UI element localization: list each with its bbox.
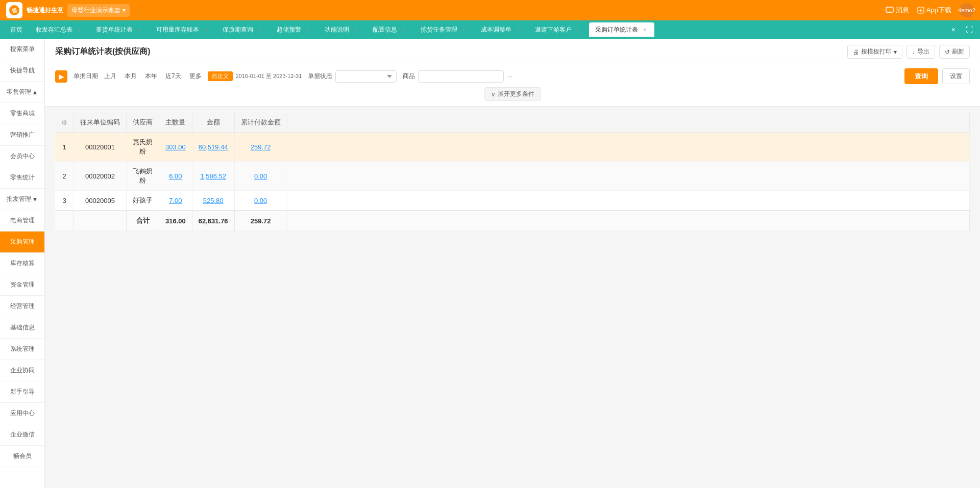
tab-stocking-task[interactable]: 拣货任务管理 × [414,22,474,37]
tab-config-info[interactable]: 配置信息 × [366,22,413,37]
custom-date-badge[interactable]: 自定义 [208,71,233,81]
col-extra-header [287,113,969,133]
tab-close-all-btn[interactable]: × [948,24,959,35]
cell-qty[interactable]: 303.00 [159,133,192,162]
tab-receive-summary[interactable]: 收发存汇总表 × [30,22,89,37]
tab-cost-adjust[interactable]: 成本调整单 × [475,22,528,37]
cell-code: 00020002 [74,162,127,191]
tab-fullscreen-btn[interactable]: ⛶ [963,24,976,35]
tab-close-icon[interactable]: × [460,26,468,33]
col-settings-header: ⚙ [55,113,74,133]
sidebar-item-wholesale-mgmt[interactable]: 批发管理 ▼ [0,189,44,210]
sidebar-item-ecommerce-mgmt[interactable]: 电商管理 [0,210,44,232]
tab-order-summary[interactable]: 要货单统计表 × [90,22,149,37]
tab-label: 功能说明 [325,25,349,34]
chevron-down-icon: ∨ [491,91,496,98]
tab-function-desc[interactable]: 功能说明 × [318,22,365,37]
tab-close-icon[interactable]: × [514,26,522,33]
date-shortcut-7days[interactable]: 近7天 [162,71,184,82]
tab-close-icon[interactable]: × [304,26,311,33]
sidebar-item-marketing[interactable]: 营销推广 [0,124,44,146]
tab-close-icon[interactable]: × [256,26,263,33]
cell-paid[interactable]: 0.00 [234,162,287,191]
tab-close-icon[interactable]: × [202,26,209,33]
sidebar-item-search-menu[interactable]: 搜索菜单 [0,39,44,60]
expand-more-button[interactable]: ∨ 展开更多条件 [484,87,541,101]
sidebar-item-enterprise-collab[interactable]: 企业协同 [0,360,44,381]
tab-overstock[interactable]: 超储预警 × [271,22,317,37]
filter-bar: ▶ 单据日期 上月 本月 本年 近7天 更多 自定义 2016-01-01 至 … [45,63,980,107]
tab-home[interactable]: 首页 [4,22,29,37]
tab-close-icon[interactable]: × [575,26,582,33]
date-range-text: 2016-01-01 至 2023-12-31 [236,72,302,80]
sidebar-item-app-center[interactable]: 应用中心 [0,403,44,424]
workspace-arrow: ▾ [122,7,126,14]
tab-shelf-life[interactable]: 保质期查询 × [216,22,270,37]
user-avatar[interactable]: demo2 [960,3,974,17]
message-btn[interactable]: 消息 [886,6,909,15]
tab-invite-downstream[interactable]: 邀请下游客户 × [529,22,588,37]
tab-label: 可用量库存账本 [156,25,199,34]
cell-qty[interactable]: 7.00 [159,191,192,211]
footer-empty-2 [74,211,127,231]
sidebar-item-member[interactable]: 畅会员 [0,446,44,467]
filter-date-group: 单据日期 上月 本月 本年 近7天 更多 自定义 2016-01-01 至 20… [74,71,302,82]
cell-qty[interactable]: 6.00 [159,162,192,191]
sidebar-item-enterprise-wechat[interactable]: 企业微信 [0,424,44,446]
content-area: 采购订单统计表(按供应商) 🖨 按模板打印 ▾ ↓ 导出 ↺ 刷新 [45,39,980,488]
sidebar-item-retail-management[interactable]: 零售管理 ▲ [0,82,44,103]
refresh-button[interactable]: ↺ 刷新 [939,45,970,59]
footer-label: 合计 [127,211,159,231]
date-shortcut-more[interactable]: 更多 [186,71,205,82]
sidebar-item-finance-mgmt[interactable]: 资金管理 [0,274,44,296]
settings-button[interactable]: 设置 [942,68,970,84]
date-filter-label: 单据日期 [74,72,98,81]
workspace-selector[interactable]: 母婴行业演示账套 ▾ [67,4,130,17]
cell-paid[interactable]: 259.72 [234,133,287,162]
cell-amount[interactable]: 525.80 [192,191,234,211]
tab-close-icon[interactable]: × [400,26,407,33]
col-amount-header: 金额 [192,113,234,133]
sidebar-item-retail-mall[interactable]: 零售商城 [0,103,44,124]
sidebar-item-system-mgmt[interactable]: 系统管理 [0,339,44,360]
tab-close-icon[interactable]: × [76,26,83,33]
cell-code: 00020001 [74,133,127,162]
tab-label: 保质期查询 [223,25,253,34]
template-print-button[interactable]: 🖨 按模板打印 ▾ [847,45,902,59]
sidebar-item-operation-mgmt[interactable]: 经营管理 [0,296,44,317]
tab-label: 超储预警 [277,25,301,34]
goods-filter-label: 商品 [403,72,415,81]
export-button[interactable]: ↓ 导出 [906,45,935,59]
app-download-btn[interactable]: App下载 [917,6,951,15]
cell-amount[interactable]: 1,586.52 [192,162,234,191]
goods-input[interactable] [418,70,504,83]
cell-paid[interactable]: 0.00 [234,191,287,211]
refresh-icon: ↺ [945,48,950,56]
workspace-label: 母婴行业演示账套 [71,6,120,15]
logo-text: 畅捷通好生意 [27,6,63,15]
column-settings-icon[interactable]: ⚙ [61,119,67,126]
sidebar-item-member-center[interactable]: 会员中心 [0,146,44,167]
status-select[interactable] [335,70,397,83]
logo-icon: 畅 [6,2,22,18]
tab-purchase-summary[interactable]: 采购订单统计表 × [589,22,654,37]
tab-close-icon[interactable]: × [136,26,143,33]
sidebar-item-purchase-mgmt[interactable]: 采购管理 [0,232,44,253]
filter-toggle-button[interactable]: ▶ [55,70,67,83]
cell-amount[interactable]: 60,519.44 [192,133,234,162]
date-shortcut-this-month[interactable]: 本月 [121,71,140,82]
sidebar-item-new-guide[interactable]: 新手引导 [0,381,44,403]
tab-close-icon[interactable]: × [352,26,359,33]
sidebar-item-basic-info[interactable]: 基础信息 [0,317,44,339]
cell-extra [287,162,969,191]
sidebar-item-retail-stats[interactable]: 零售统计 [0,167,44,189]
sidebar-item-inventory-check[interactable]: 库存核算 [0,253,44,274]
date-shortcut-last-month[interactable]: 上月 [101,71,119,82]
tab-label: 成本调整单 [481,25,511,34]
date-shortcut-this-year[interactable]: 本年 [142,71,160,82]
sidebar-item-quick-nav[interactable]: 快捷导航 [0,60,44,82]
tab-available-stock[interactable]: 可用量库存账本 × [150,22,215,37]
tab-close-icon[interactable]: × [641,26,648,33]
query-button[interactable]: 查询 [904,68,938,84]
goods-more-icon[interactable]: ··· [507,72,512,80]
